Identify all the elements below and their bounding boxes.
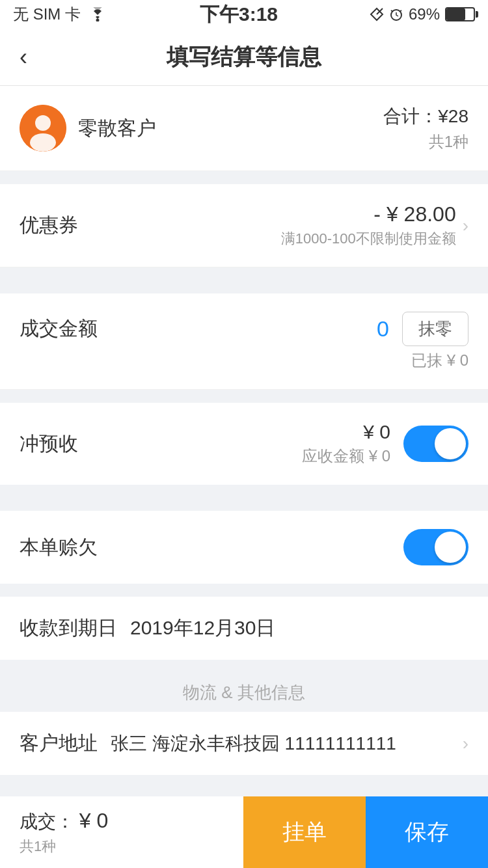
duedate-inner: 收款到期日 2019年12月30日 [20, 615, 468, 642]
status-carrier: 无 SIM 卡 [13, 4, 108, 25]
bottom-bar: 成交： ¥ 0 共1种 挂单 保存 [0, 796, 488, 868]
avatar [20, 105, 66, 152]
duedate-label: 收款到期日 [20, 615, 117, 642]
address-row[interactable]: 客户地址 张三 海淀永丰科技园 11111111111 › [0, 712, 488, 775]
customer-left: 零散客户 [20, 105, 156, 152]
location-icon [370, 7, 384, 21]
customer-row: 零散客户 合计：¥28 共1种 [0, 86, 488, 171]
divider-2 [0, 498, 488, 511]
coupon-label: 优惠券 [20, 212, 78, 239]
debt-toggle[interactable] [403, 529, 468, 565]
hang-button[interactable]: 挂单 [243, 796, 366, 868]
total-count: 共1种 [383, 131, 468, 152]
address-value: 张三 海淀永丰科技园 11111111111 [111, 731, 463, 756]
prereceive-row: 冲预收 ¥ 0 应收金额 ¥ 0 [20, 421, 468, 467]
total-amount: 合计：¥28 [383, 104, 468, 129]
bottom-count: 共1种 [20, 837, 224, 856]
prereceive-section: 冲预收 ¥ 0 应收金额 ¥ 0 [0, 403, 488, 485]
nav-bar: ‹ 填写结算等信息 [0, 29, 488, 86]
coupon-value-area: - ¥ 28.00 满1000-100不限制使用金额 [281, 202, 456, 249]
address-section: 客户地址 张三 海淀永丰科技园 11111111111 › [0, 712, 488, 775]
coupon-section: 优惠券 - ¥ 28.00 满1000-100不限制使用金额 › [0, 184, 488, 267]
coupon-row[interactable]: 优惠券 - ¥ 28.00 满1000-100不限制使用金额 › [0, 184, 488, 267]
coupon-discount: - ¥ 28.00 [281, 202, 456, 226]
amount-row-container: 成交金额 0 抹零 已抹 ¥ 0 [0, 293, 488, 390]
amount-value[interactable]: 0 [377, 316, 389, 342]
round-button[interactable]: 抹零 [402, 312, 468, 346]
debt-toggle-knob [435, 532, 466, 563]
prereceive-right: ¥ 0 应收金额 ¥ 0 [302, 421, 468, 467]
back-button[interactable]: ‹ [20, 44, 27, 71]
save-button[interactable]: 保存 [366, 796, 488, 868]
logistics-label: 物流 & 其他信息 [183, 681, 305, 704]
toggle-knob [435, 428, 466, 459]
prereceive-toggle[interactable] [403, 426, 468, 462]
bottom-info: 成交： ¥ 0 共1种 [0, 809, 243, 856]
amount-sub: 已抹 ¥ 0 [20, 350, 468, 371]
amount-section: 成交金额 0 抹零 已抹 ¥ 0 [0, 293, 488, 390]
prereceive-value-area: ¥ 0 应收金额 ¥ 0 [302, 421, 390, 467]
status-time: 下午3:18 [200, 1, 278, 28]
svg-point-4 [30, 133, 56, 152]
address-chevron-icon: › [463, 733, 468, 754]
status-bar: 无 SIM 卡 下午3:18 69% [0, 0, 488, 29]
debt-section: 本单赊欠 [0, 511, 488, 584]
alarm-icon [389, 7, 403, 21]
duedate-row[interactable]: 收款到期日 2019年12月30日 [0, 597, 488, 660]
svg-point-3 [35, 115, 51, 131]
duedate-value: 2019年12月30日 [130, 615, 275, 642]
customer-section: 零散客户 合计：¥28 共1种 [0, 86, 488, 171]
duedate-section: 收款到期日 2019年12月30日 [0, 597, 488, 660]
customer-total: 合计：¥28 共1种 [383, 104, 468, 152]
bottom-deal-row: 成交： ¥ 0 [20, 809, 224, 834]
amount-label: 成交金额 [20, 316, 98, 342]
main-content: 零散客户 合计：¥28 共1种 优惠券 - ¥ 28.00 满1000-100不… [0, 86, 488, 860]
amount-row: 成交金额 0 抹零 [20, 312, 468, 346]
logistics-divider: 物流 & 其他信息 [0, 673, 488, 712]
prereceive-sub: 应收金额 ¥ 0 [302, 446, 390, 467]
coupon-right: - ¥ 28.00 满1000-100不限制使用金额 › [281, 202, 468, 249]
carrier-text: 无 SIM 卡 [13, 4, 81, 25]
amount-right: 0 抹零 [377, 312, 468, 346]
battery-icon [445, 7, 475, 21]
divider-1 [0, 280, 488, 293]
coupon-chevron-icon: › [463, 215, 468, 236]
bottom-deal-value: ¥ 0 [79, 809, 108, 832]
prereceive-row-container: 冲预收 ¥ 0 应收金额 ¥ 0 [0, 403, 488, 485]
prereceive-amount: ¥ 0 [302, 421, 390, 443]
battery-percent: 69% [409, 5, 440, 23]
debt-label: 本单赊欠 [20, 534, 98, 561]
status-right: 69% [370, 5, 475, 23]
customer-name: 零散客户 [78, 115, 156, 142]
prereceive-label: 冲预收 [20, 431, 78, 457]
bottom-deal-label: 成交： [20, 811, 74, 832]
nav-title: 填写结算等信息 [167, 42, 321, 72]
coupon-desc: 满1000-100不限制使用金额 [281, 229, 456, 249]
svg-point-0 [96, 19, 100, 22]
address-label: 客户地址 [20, 730, 98, 757]
wifi-icon [87, 7, 108, 21]
